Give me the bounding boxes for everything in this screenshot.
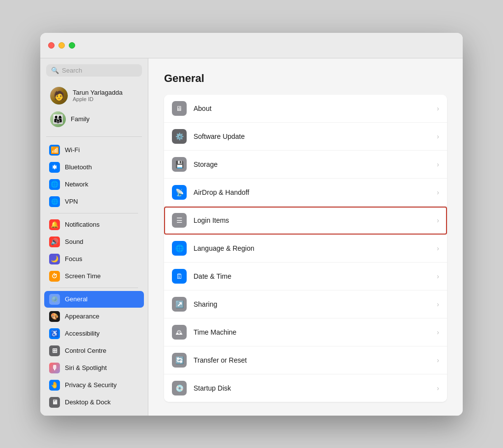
settings-label-about: About <box>194 105 437 112</box>
sidebar-item-controlcentre[interactable]: ⊞ Control Centre <box>44 343 144 359</box>
sharing-icon: ↗️ <box>172 297 187 312</box>
sidebar-item-general[interactable]: ⚙️ General <box>44 291 144 308</box>
maximize-button[interactable] <box>69 42 75 49</box>
settings-item-software-update[interactable]: ⚙️ Software Update › <box>164 123 447 151</box>
divider-2 <box>50 213 138 213</box>
user-name: Tarun Yarlagadda <box>73 89 122 96</box>
sidebar-label-appearance: Appearance <box>65 313 99 320</box>
sidebar-item-focus[interactable]: 🌙 Focus <box>44 251 144 267</box>
sidebar-label-focus: Focus <box>65 255 82 263</box>
sidebar-item-accessibility[interactable]: ♿ Accessibility <box>44 325 144 342</box>
sidebar-item-screentime[interactable]: ⏱ Screen Time <box>44 268 144 285</box>
sidebar-label-bluetooth: Bluetooth <box>65 163 92 171</box>
settings-label-timemachine: Time Machine <box>194 328 437 336</box>
sidebar-item-wifi[interactable]: 📶 Wi-Fi <box>44 142 144 158</box>
user-avatar: 🧑 <box>50 87 68 105</box>
minimize-button[interactable] <box>58 42 65 49</box>
software-update-icon: ⚙️ <box>172 129 187 144</box>
appearance-icon: 🎨 <box>49 311 60 322</box>
settings-label-datetime: Date & Time <box>194 272 437 280</box>
sidebar-item-siri[interactable]: 🎙 Siri & Spotlight <box>44 360 144 376</box>
settings-label-airdrop: AirDrop & Handoff <box>194 188 437 196</box>
general-icon: ⚙️ <box>49 294 60 305</box>
search-placeholder: Search <box>62 67 82 74</box>
sidebar-label-vpn: VPN <box>65 198 78 205</box>
system-settings-window: 🔍 Search 🧑 Tarun Yarlagadda Apple ID 👨‍ <box>40 33 463 416</box>
sidebar-item-privacy[interactable]: 🤚 Privacy & Security <box>44 377 144 394</box>
sidebar-label-privacy: Privacy & Security <box>65 381 116 389</box>
network-icon: 🌐 <box>49 179 60 190</box>
settings-item-language[interactable]: 🌐 Language & Region › <box>164 235 447 263</box>
siri-icon: 🎙 <box>49 363 60 373</box>
settings-list: 🖥 About › ⚙️ Software Update › 💾 <box>164 95 447 402</box>
sidebar-item-desktop[interactable]: 🖥 Desktop & Dock <box>44 394 144 411</box>
desktop-icon: 🖥 <box>49 397 60 408</box>
sidebar-item-appearance[interactable]: 🎨 Appearance <box>44 308 144 325</box>
notifications-icon: 🔔 <box>49 219 60 230</box>
settings-label-login-items: Login Items <box>194 216 437 224</box>
settings-item-datetime[interactable]: 🗓 Date & Time › <box>164 263 447 290</box>
user-profile-item[interactable]: 🧑 Tarun Yarlagadda Apple ID <box>46 84 142 107</box>
settings-item-transfer[interactable]: 🔄 Transfer or Reset › <box>164 346 447 374</box>
settings-label-language: Language & Region <box>194 244 437 252</box>
sidebar-item-notifications[interactable]: 🔔 Notifications <box>44 216 144 233</box>
chevron-language: › <box>437 244 439 252</box>
titlebar <box>40 33 463 58</box>
user-info: Tarun Yarlagadda Apple ID <box>73 89 122 102</box>
sidebar-label-notifications: Notifications <box>65 221 100 228</box>
vpn-icon: 🌐 <box>49 196 60 207</box>
sidebar-item-network[interactable]: 🌐 Network <box>44 176 144 193</box>
settings-label-sharing: Sharing <box>194 300 437 308</box>
sidebar-label-general: General <box>65 295 87 303</box>
accessibility-icon: ♿ <box>49 328 60 339</box>
settings-label-startup: Startup Disk <box>194 384 437 392</box>
traffic-lights <box>48 42 75 49</box>
settings-item-about[interactable]: 🖥 About › <box>164 95 447 123</box>
sidebar-label-desktop: Desktop & Dock <box>65 398 111 406</box>
settings-item-login-items[interactable]: ☰ Login Items › <box>164 207 447 235</box>
storage-icon: 💾 <box>172 157 187 172</box>
family-avatar: 👨‍👩‍👧 <box>50 111 66 127</box>
sidebar-label-wifi: Wi-Fi <box>65 146 80 154</box>
settings-label-software-update: Software Update <box>194 132 437 140</box>
close-button[interactable] <box>48 42 55 49</box>
chevron-storage: › <box>437 160 439 168</box>
sidebar-label-siri: Siri & Spotlight <box>65 364 107 371</box>
chevron-airdrop: › <box>437 188 439 196</box>
settings-item-startup[interactable]: 💿 Startup Disk › <box>164 374 447 402</box>
family-item[interactable]: 👨‍👩‍👧 Family <box>46 109 142 130</box>
settings-item-sharing[interactable]: ↗️ Sharing › <box>164 290 447 318</box>
user-section: 🧑 Tarun Yarlagadda Apple ID 👨‍👩‍👧 Family <box>40 80 148 133</box>
sound-icon: 🔊 <box>49 237 60 247</box>
language-icon: 🌐 <box>172 241 187 256</box>
chevron-login-items: › <box>437 216 439 224</box>
datetime-icon: 🗓 <box>172 269 187 284</box>
sidebar-item-bluetooth[interactable]: ✱ Bluetooth <box>44 159 144 176</box>
chevron-startup: › <box>437 384 439 392</box>
sidebar-label-sound: Sound <box>65 238 84 245</box>
sidebar-item-sound[interactable]: 🔊 Sound <box>44 234 144 250</box>
family-label: Family <box>71 115 89 123</box>
settings-item-storage[interactable]: 💾 Storage › <box>164 151 447 179</box>
transfer-icon: 🔄 <box>172 353 187 368</box>
settings-label-storage: Storage <box>194 160 437 168</box>
sidebar-item-vpn[interactable]: 🌐 VPN <box>44 193 144 210</box>
search-bar[interactable]: 🔍 Search <box>46 64 142 77</box>
sidebar-nav: 📶 Wi-Fi ✱ Bluetooth 🌐 Network <box>40 140 148 413</box>
chevron-transfer: › <box>437 356 439 364</box>
chevron-datetime: › <box>437 272 439 280</box>
chevron-software-update: › <box>437 132 439 140</box>
search-icon: 🔍 <box>51 67 59 74</box>
settings-item-timemachine[interactable]: 🕰 Time Machine › <box>164 318 447 346</box>
content-area: 🔍 Search 🧑 Tarun Yarlagadda Apple ID 👨‍ <box>40 58 463 416</box>
controlcentre-icon: ⊞ <box>49 345 60 356</box>
main-content: General 🖥 About › ⚙️ Software Update <box>148 58 463 416</box>
about-icon: 🖥 <box>172 101 187 116</box>
page-title: General <box>164 72 447 85</box>
startup-icon: 💿 <box>172 381 187 395</box>
chevron-about: › <box>437 105 439 112</box>
airdrop-icon: 📡 <box>172 185 187 200</box>
settings-item-airdrop[interactable]: 📡 AirDrop & Handoff › <box>164 179 447 207</box>
divider-3 <box>50 288 138 288</box>
chevron-sharing: › <box>437 300 439 308</box>
